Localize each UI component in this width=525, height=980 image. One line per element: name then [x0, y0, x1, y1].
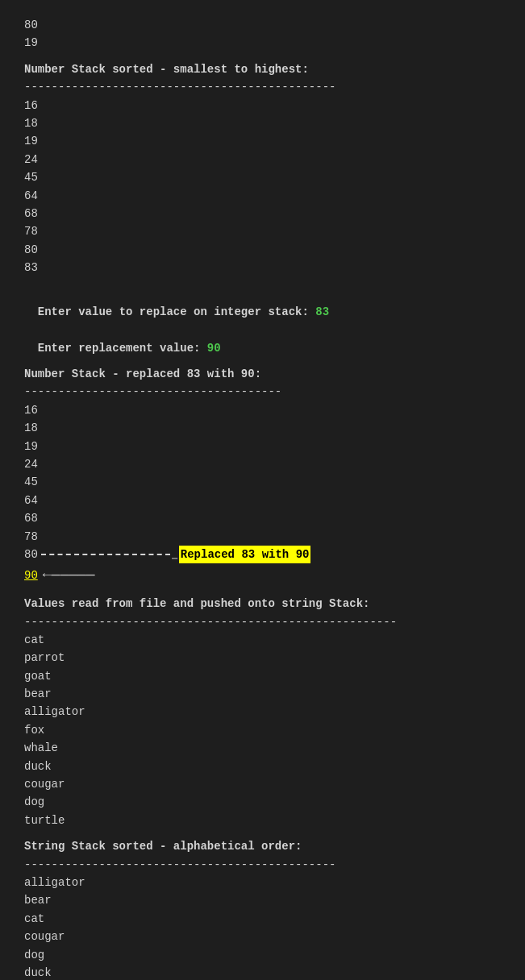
sorted-num-64: 64 — [24, 187, 501, 205]
replace-prompt-1-text: Enter value to replace on integer stack: — [38, 305, 315, 318]
sorted-str-duck: duck — [24, 964, 501, 980]
replace-value-2: 90 — [207, 342, 221, 355]
replace-prompt-line-1: Enter value to replace on integer stack:… — [24, 284, 501, 321]
replaced-num-80: 80 — [24, 546, 38, 563]
sorted-num-16: 16 — [24, 97, 501, 114]
dashed-arrow-line — [41, 554, 170, 555]
replaced-num-24: 24 — [24, 455, 501, 473]
replaced-num-68: 68 — [24, 509, 501, 527]
replaced-label: Replaced 83 with 90 — [179, 546, 311, 563]
replaced-num-80-row: 80 ⎯ Replaced 83 with 90 — [24, 546, 501, 563]
string-duck: duck — [24, 758, 501, 775]
sorted-num-45: 45 — [24, 168, 501, 186]
initial-number-80: 80 — [24, 16, 501, 34]
string-bear: bear — [24, 685, 501, 703]
string-parrot: parrot — [24, 649, 501, 666]
string-alligator: alligator — [24, 703, 501, 720]
string-cat: cat — [24, 631, 501, 649]
sorted-num-18: 18 — [24, 114, 501, 132]
sorted-str-cat: cat — [24, 910, 501, 928]
sorted-num-24: 24 — [24, 151, 501, 168]
string-goat: goat — [24, 667, 501, 685]
sorted-str-bear: bear — [24, 891, 501, 909]
string-whale: whale — [24, 739, 501, 757]
replaced-num-90: 90 — [24, 567, 38, 584]
left-arrow-icon: ←――――― — [43, 563, 95, 587]
string-dog: dog — [24, 793, 501, 811]
annotation-arrow: ⎯ Replaced 83 with 90 — [41, 546, 311, 563]
replaced-num-78: 78 — [24, 528, 501, 546]
replace-value-1: 83 — [315, 305, 329, 318]
string-stack-separator: ----------------------------------------… — [24, 613, 501, 631]
sorted-num-19: 19 — [24, 132, 501, 150]
string-turtle: turtle — [24, 812, 501, 829]
replaced-num-19: 19 — [24, 438, 501, 455]
string-stack-header: Values read from file and pushed onto st… — [24, 595, 501, 612]
arrow-tip: ⎯ — [172, 547, 177, 563]
sorted-str-cougar: cougar — [24, 928, 501, 945]
number-stack-replaced-header: Number Stack - replaced 83 with 90: — [24, 365, 501, 383]
sorted-num-80: 80 — [24, 241, 501, 259]
string-sorted-separator: ----------------------------------------… — [24, 856, 501, 874]
number-stack-sorted-header: Number Stack sorted - smallest to highes… — [24, 60, 501, 78]
number-stack-sorted-separator: ----------------------------------------… — [24, 78, 501, 96]
sorted-str-alligator: alligator — [24, 874, 501, 891]
string-fox: fox — [24, 721, 501, 739]
string-sorted-header: String Stack sorted - alphabetical order… — [24, 837, 501, 855]
replace-prompt-2-text: Enter replacement value: — [38, 342, 207, 355]
string-cougar: cougar — [24, 775, 501, 793]
replaced-num-90-row: 90 ←――――― — [24, 563, 501, 587]
sorted-num-78: 78 — [24, 222, 501, 240]
sorted-num-68: 68 — [24, 205, 501, 222]
sorted-num-83: 83 — [24, 259, 501, 276]
replaced-num-18: 18 — [24, 419, 501, 437]
replaced-num-45: 45 — [24, 473, 501, 491]
initial-number-19: 19 — [24, 34, 501, 52]
number-stack-replaced-separator: -------------------------------------- — [24, 383, 501, 401]
replaced-num-16: 16 — [24, 401, 501, 419]
replaced-num-64: 64 — [24, 492, 501, 509]
sorted-str-dog: dog — [24, 946, 501, 964]
replace-prompt-line-2: Enter replacement value: 90 — [24, 321, 501, 357]
